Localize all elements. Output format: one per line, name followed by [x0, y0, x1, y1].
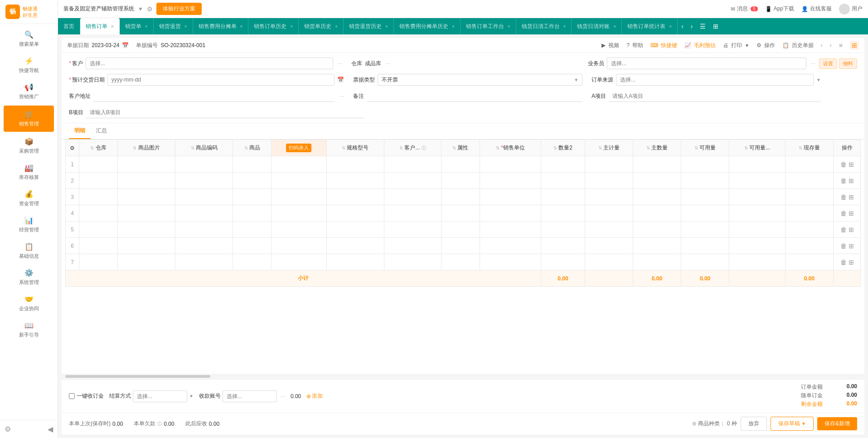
nav-prev-icon[interactable]: ‹: [821, 42, 823, 48]
customer-dots[interactable]: ···: [338, 60, 342, 67]
tab-sales-expense[interactable]: 销售费用分摊单 ×: [193, 18, 249, 34]
tab-close-icon[interactable]: ×: [563, 24, 566, 29]
project-a-input[interactable]: [609, 90, 821, 102]
project-b-input[interactable]: [86, 106, 364, 118]
tab-invoice-history[interactable]: 销货单历史 ×: [299, 18, 344, 34]
note-input[interactable]: [367, 90, 582, 102]
scan-input-btn[interactable]: 扫码录入: [286, 144, 311, 152]
messages-btn[interactable]: ✉ 消息 5: [731, 5, 758, 13]
tab-sales-order[interactable]: 销售订单 ×: [80, 18, 120, 34]
abandon-button[interactable]: 放弃: [741, 417, 767, 431]
address-input[interactable]: [93, 90, 335, 102]
row-name[interactable]: [233, 156, 272, 173]
sidebar-item-sales[interactable]: 🛒 销售管理: [4, 106, 54, 132]
add-payment-btn[interactable]: ⊕ 添加: [306, 392, 323, 400]
material-side-btn[interactable]: 物料: [839, 58, 857, 69]
history-btn[interactable]: 📋 历史单据: [782, 42, 814, 49]
order-source-dropdown[interactable]: ▼: [816, 77, 821, 82]
tab-prev-btn[interactable]: ‹: [678, 23, 687, 30]
profit-btn[interactable]: 📈 毛利预估: [684, 42, 716, 49]
tab-home[interactable]: 首页: [58, 18, 80, 34]
horizontal-scrollbar[interactable]: [65, 375, 210, 378]
sidebar-item-inventory[interactable]: 🏭 库存核算: [0, 159, 58, 185]
online-service-btn[interactable]: 👤 在线客服: [801, 5, 832, 13]
view-btn[interactable]: ▶ 视频: [601, 42, 619, 49]
delete-row-icon[interactable]: 🗑: [840, 193, 847, 201]
help-btn[interactable]: ? 帮助: [626, 42, 643, 49]
save-draft-button[interactable]: 保存草稿 ▼: [771, 417, 814, 431]
checkbox-input[interactable]: [69, 393, 75, 399]
warehouse-dots[interactable]: ···: [386, 60, 390, 67]
delete-row-icon[interactable]: 🗑: [840, 210, 847, 217]
tab-cash-workbench[interactable]: 钱货日清工作台 ×: [516, 18, 572, 34]
account-dots[interactable]: ···: [281, 393, 285, 399]
sidebar-item-enterprise[interactable]: 🤝 企业协同: [0, 290, 58, 317]
tab-close-icon[interactable]: ×: [240, 24, 243, 29]
sidebar-item-marketing[interactable]: 📢 营销推广: [0, 78, 58, 105]
tab-sales-invoice[interactable]: 销货单 ×: [120, 18, 154, 34]
delete-row-icon[interactable]: 🗑: [840, 242, 847, 250]
sidebar-item-guide[interactable]: 📖 新手引导: [0, 317, 58, 343]
grid-icon[interactable]: ⊞: [850, 41, 859, 50]
tab-sales-report[interactable]: 销售订单统计表 ×: [622, 18, 678, 34]
tab-menu-btn[interactable]: ☰: [696, 23, 709, 30]
gear-icon[interactable]: ⚙: [147, 5, 153, 13]
staff-input[interactable]: [607, 58, 806, 69]
tab-next-btn[interactable]: ›: [687, 23, 697, 30]
print-dropdown-icon[interactable]: ▼: [745, 43, 749, 48]
delete-row-icon[interactable]: 🗑: [840, 177, 847, 184]
dropdown-icon[interactable]: ▼: [138, 6, 143, 12]
payment-dropdown-icon[interactable]: ▼: [189, 394, 194, 399]
tab-close-icon[interactable]: ×: [335, 24, 338, 29]
address-dots[interactable]: ···: [339, 93, 344, 99]
tab-close-icon[interactable]: ×: [145, 24, 148, 29]
copy-row-icon[interactable]: ⊞: [849, 259, 854, 266]
row-warehouse[interactable]: [79, 156, 118, 173]
delete-row-icon[interactable]: 🗑: [840, 226, 847, 233]
copy-row-icon[interactable]: ⊞: [849, 210, 854, 217]
col-settings[interactable]: ⚙: [66, 140, 79, 156]
customer-input[interactable]: [86, 58, 333, 69]
sidebar-item-finance[interactable]: 💰 资金管理: [0, 185, 58, 212]
sidebar-item-purchase[interactable]: 📦 采购管理: [0, 133, 58, 159]
delete-row-icon[interactable]: 🗑: [840, 161, 847, 168]
sidebar-item-quicknav[interactable]: ⚡ 快捷导航: [0, 52, 58, 78]
tab-workbench[interactable]: 销售订单工作台 ×: [461, 18, 516, 34]
tab-close-icon[interactable]: ×: [290, 24, 293, 29]
tab-close-icon[interactable]: ×: [452, 24, 455, 29]
invoice-select[interactable]: 不开票 ▼: [378, 74, 582, 86]
staff-dots[interactable]: ···: [811, 60, 815, 67]
order-deposit-checkbox[interactable]: 一键收订金: [69, 392, 104, 400]
save-draft-dropdown[interactable]: ▼: [801, 421, 806, 426]
settings-icon[interactable]: ⚙: [5, 425, 11, 433]
solution-button[interactable]: 体验行业方案: [156, 3, 202, 15]
row-spec[interactable]: [326, 156, 384, 173]
print-btn[interactable]: 🖨 打印 ▼: [723, 42, 749, 49]
tab-close-icon[interactable]: ×: [184, 24, 187, 29]
nav-next-icon[interactable]: ›: [830, 42, 832, 48]
copy-row-icon[interactable]: ⊞: [849, 226, 854, 233]
tab-grid-btn[interactable]: ⊞: [709, 23, 722, 30]
col-settings-icon[interactable]: ⚙: [70, 145, 75, 151]
row-main-qty[interactable]: [633, 156, 681, 173]
tab-close-icon[interactable]: ×: [669, 24, 672, 29]
row-qty2[interactable]: [541, 156, 585, 173]
app-download-btn[interactable]: 📱 App下载: [765, 5, 794, 13]
goods-count-icon[interactable]: ⊙: [692, 420, 697, 427]
sidebar-item-base[interactable]: 📋 基础信息: [0, 238, 58, 264]
sidebar-item-search[interactable]: 🔍 搜索菜单: [0, 26, 58, 52]
collapse-icon[interactable]: ◀: [48, 425, 53, 433]
tab-close-icon[interactable]: ×: [385, 24, 388, 29]
copy-row-icon[interactable]: ⊞: [849, 177, 854, 184]
calendar-icon[interactable]: 📅: [122, 42, 129, 48]
tab-sales-history[interactable]: 销售订单历史 ×: [248, 18, 299, 34]
row-custom[interactable]: [384, 156, 441, 173]
user-avatar[interactable]: 用户: [839, 4, 863, 14]
tab-return-history[interactable]: 销货退货历史 ×: [344, 18, 394, 34]
row-attr[interactable]: [441, 156, 480, 173]
tab-close-icon[interactable]: ×: [111, 24, 114, 29]
sidebar-item-system[interactable]: ⚙️ 系统管理: [0, 264, 58, 290]
order-source-input[interactable]: [616, 74, 814, 86]
operation-btn[interactable]: ⚙ 操作: [756, 42, 775, 49]
shortcut-btn[interactable]: ⌨ 快捷键: [650, 42, 677, 49]
